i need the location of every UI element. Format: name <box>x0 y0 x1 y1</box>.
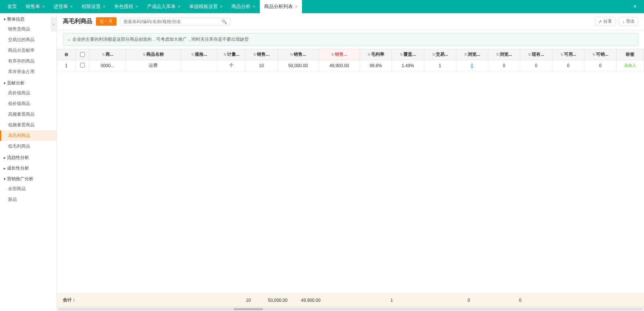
sidebar-item-traded-goods[interactable]: 交易过的商品 <box>0 35 57 45</box>
cell-sale: 0 <box>584 60 616 71</box>
nav-inbound[interactable]: 产成品入库单 × <box>143 0 185 13</box>
collapse-icon: « <box>53 22 55 26</box>
nav-role[interactable]: 角色授权 × <box>110 0 143 13</box>
col-header-cover[interactable]: ⇅ 覆盖... <box>392 49 424 60</box>
col-header-sales-amt[interactable]: ⇅ 销售... <box>277 49 319 60</box>
total-empty8 <box>353 298 379 303</box>
total-trade: 1 <box>379 298 404 303</box>
nav-close-permission[interactable]: × <box>103 4 105 9</box>
col-header-gross-rate[interactable]: ⇅ 毛利率 <box>360 49 392 60</box>
sidebar-section-overall[interactable]: ▾ 整体信息 <box>0 13 57 24</box>
footer-total: 合计： 10 50,000.00 49,900.00 1 0 0 <box>57 293 644 307</box>
cell-browse1[interactable]: 0 <box>456 60 488 71</box>
col-header-stock2[interactable]: ⇅ 可用... <box>552 49 584 60</box>
arrow-trend: ▸ <box>4 156 6 160</box>
sidebar-item-new-goods[interactable]: 新品 <box>0 194 57 205</box>
horizontal-scrollbar[interactable] <box>57 307 644 311</box>
sidebar-section-financial[interactable]: ▾ 贡献分析 <box>0 77 57 88</box>
main-layout: « ▾ 整体信息 销售货商品 交易过的商品 商品分贡献率 有库存的商品 库存资金… <box>0 13 644 311</box>
sidebar-collapse-button[interactable]: « <box>51 17 57 32</box>
col-header-spec[interactable]: ⇅ 规格... <box>181 49 217 60</box>
total-empty9 <box>404 298 430 303</box>
total-empty6 <box>213 298 235 303</box>
col-header-settings[interactable]: ⚙ <box>57 49 76 60</box>
sidebar-item-high-value[interactable]: 高价值商品 <box>0 88 57 98</box>
nav-goods-analysis-list[interactable]: 商品分析列表 × <box>260 0 302 13</box>
sidebar-item-stock-capital[interactable]: 库存资金占用 <box>0 66 57 77</box>
cell-spec <box>181 60 217 71</box>
col-header-sales-cost[interactable]: ⇅ 销售... <box>319 49 360 60</box>
nav-purchase[interactable]: 进货单 × <box>49 0 77 13</box>
sort-icon-browse1: ⇅ <box>464 53 467 57</box>
cell-trade: 1 <box>424 60 456 71</box>
sidebar-item-contrib-rate[interactable]: 商品分贡献率 <box>0 45 57 56</box>
sort-icon-cover: ⇅ <box>400 53 403 57</box>
cell-unit: 个 <box>217 60 245 71</box>
sidebar-item-sales-goods[interactable]: 销售货商品 <box>0 24 57 35</box>
nav-close-goods-analysis-list[interactable]: × <box>295 4 298 9</box>
nav-close-role[interactable]: × <box>136 4 138 9</box>
select-all-checkbox[interactable] <box>80 52 85 57</box>
nav-sales[interactable]: 销售单 × <box>21 0 49 13</box>
sidebar-section-trend[interactable]: ▸ 流趋性分析 <box>0 152 57 162</box>
share-button[interactable]: ↗ 分享 <box>595 17 615 26</box>
content-header: 高毛利商品 近一月 🔍 ↗ 分享 ↓ 导出 <box>57 13 644 30</box>
col-header-check[interactable] <box>75 49 89 60</box>
col-header-browse1[interactable]: ⇅ 浏览... <box>456 49 488 60</box>
nav-goods-analysis[interactable]: 商品分析 × <box>227 0 260 13</box>
cell-sales-qty: 10 <box>245 60 277 71</box>
scrollbar-track[interactable] <box>58 308 643 310</box>
col-header-sale[interactable]: ⇅ 可销... <box>584 49 616 60</box>
info-banner: ⬧ 企业的主要的利润都是这部分商品创造的，可考虑加大推广，同时关注库存是不要出现… <box>63 33 638 46</box>
top-nav: 首页 销售单 × 进货单 × 权限设置 × 角色授权 × 产成品入库单 × 单据… <box>0 0 644 13</box>
sidebar-item-all-goods[interactable]: 全部商品 <box>0 184 57 194</box>
window-close-button[interactable]: × <box>629 3 641 10</box>
sort-icon-code: ⇅ <box>102 53 105 57</box>
sidebar-item-in-stock[interactable]: 有库存的商品 <box>0 56 57 66</box>
sidebar-item-low-freq[interactable]: 低频量置商品 <box>0 120 57 130</box>
sort-icon-qty: ⇅ <box>253 53 256 57</box>
sort-icon-stock1: ⇅ <box>528 53 531 57</box>
scrollbar-thumb[interactable] <box>234 308 263 310</box>
sidebar-item-high-freq[interactable]: 高频量置商品 <box>0 109 57 120</box>
col-header-stock1[interactable]: ⇅ 现有... <box>520 49 552 60</box>
total-empty1 <box>85 298 100 303</box>
nav-close-template[interactable]: × <box>220 4 223 9</box>
sort-icon-sale: ⇅ <box>592 53 595 57</box>
nav-close-purchase[interactable]: × <box>70 4 73 9</box>
col-header-browse2[interactable]: ⇅ 浏览... <box>488 49 520 60</box>
sidebar-section-growth[interactable]: ▸ 成长性分析 <box>0 162 57 173</box>
cell-stock1: 0 <box>520 60 552 71</box>
search-input[interactable] <box>123 19 222 24</box>
col-header-unit[interactable]: ⇅ 计量... <box>217 49 245 60</box>
nav-close-sales[interactable]: × <box>42 4 45 9</box>
sidebar-item-low-value[interactable]: 低价值商品 <box>0 98 57 109</box>
cell-check[interactable] <box>75 60 89 71</box>
col-header-sales-qty[interactable]: ⇅ 销售... <box>245 49 277 60</box>
export-icon: ↓ <box>622 19 625 24</box>
row-checkbox[interactable] <box>80 63 85 68</box>
total-stock1: 0 <box>456 298 482 303</box>
nav-template[interactable]: 单据模板设置 × <box>185 0 227 13</box>
nav-close-goods-analysis[interactable]: × <box>253 4 255 9</box>
export-button[interactable]: ↓ 导出 <box>619 17 638 26</box>
total-empty11 <box>482 298 507 303</box>
cell-name: 运费 <box>126 60 181 71</box>
sidebar-item-low-margin[interactable]: 低毛利商品 <box>0 141 57 152</box>
col-header-name[interactable]: ⇅ 商品名称 <box>126 49 181 60</box>
sidebar-section-marketing[interactable]: ▾ 营销推广分析 <box>0 173 57 184</box>
col-header-trade[interactable]: ⇅ 交易... <box>424 49 456 60</box>
settings-icon: ⚙ <box>64 52 68 57</box>
col-header-code[interactable]: ⇅ 商... <box>89 49 126 60</box>
date-filter-button[interactable]: 近一月 <box>96 17 116 26</box>
nav-close-inbound[interactable]: × <box>178 4 180 9</box>
nav-permission[interactable]: 权限设置 × <box>77 0 110 13</box>
header-actions: ↗ 分享 ↓ 导出 <box>595 17 638 26</box>
total-empty3 <box>111 298 140 303</box>
sort-icon-cost: ⇅ <box>331 53 334 57</box>
total-empty4 <box>140 298 184 303</box>
col-header-tag[interactable]: 标签 <box>616 49 644 60</box>
search-icon[interactable]: 🔍 <box>222 19 227 24</box>
sidebar-item-high-margin[interactable]: 高毛利商品 <box>0 130 57 141</box>
nav-home[interactable]: 首页 <box>3 0 21 13</box>
